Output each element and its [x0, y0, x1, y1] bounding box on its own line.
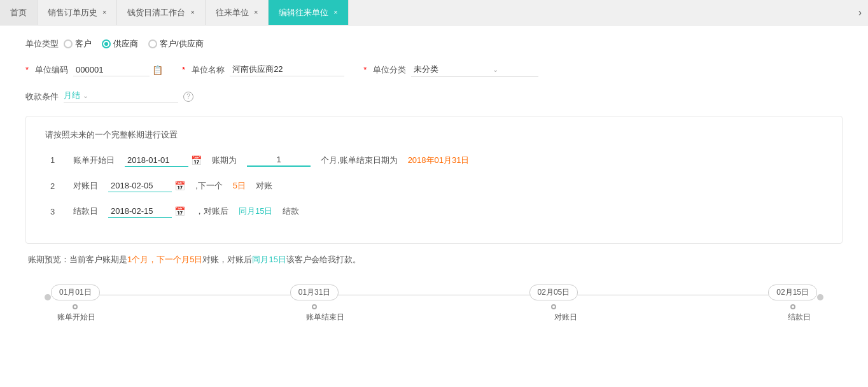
unit-class-label: 单位分类: [373, 64, 406, 76]
unit-class-value: 未分类: [414, 64, 490, 75]
radio-group: 客户 供应商 客户/供应商: [64, 38, 204, 50]
period-date-3-input[interactable]: [108, 205, 172, 218]
timeline-dot-1: [73, 304, 78, 309]
timeline-point-2: 01月31日: [290, 285, 339, 309]
unit-class-select[interactable]: 未分类 ⌄: [411, 62, 538, 77]
period-card: 请按照未来的一个完整帐期进行设置 1 账单开始日 📅 账期为 个月,账单结束日期…: [25, 116, 843, 244]
unit-name-input[interactable]: [230, 64, 344, 76]
cal-icon-3[interactable]: 📅: [174, 206, 185, 216]
radio-supplier-circle: [102, 39, 111, 48]
period-date-2-wrap: 📅: [108, 179, 185, 192]
tab-sales-history-close[interactable]: ×: [102, 9, 106, 16]
radio-supplier-label: 供应商: [113, 38, 138, 50]
preview-5: 该客户会给我打款。: [286, 255, 361, 264]
unit-class-group: * 单位分类 未分类 ⌄: [363, 62, 538, 77]
period-num-3: 3: [50, 207, 63, 216]
tab-edit-partner-close[interactable]: ×: [333, 9, 337, 16]
timeline-tag-1: 01月01日: [51, 285, 100, 300]
timeline-dot-4: [790, 304, 795, 309]
period-date-1-input[interactable]: [125, 154, 188, 167]
timeline-right-dot: [817, 294, 823, 300]
radio-both[interactable]: 客户/供应商: [148, 38, 204, 50]
unit-code-input-wrap: 📋: [73, 64, 163, 76]
payment-dropdown-arrow: ⌄: [83, 92, 88, 100]
timeline-points: 01月01日 01月31日 02月05日 02月15日: [51, 285, 817, 309]
period-end-date-1: 2018年01月31日: [408, 155, 470, 166]
preview-3: 对账，对账后: [202, 255, 252, 264]
unit-code-input[interactable]: [73, 64, 150, 76]
timeline-tag-2: 01月31日: [290, 285, 339, 300]
tab-more-button[interactable]: ›: [852, 0, 868, 25]
payment-help-icon[interactable]: ?: [183, 92, 193, 102]
tab-home[interactable]: 首页: [0, 0, 38, 25]
period-card-title: 请按照未来的一个完整帐期进行设置: [45, 129, 823, 141]
timeline-label-1: 账单开始日: [57, 312, 95, 323]
period-date-2-input[interactable]: [108, 179, 172, 192]
unit-name-group: * 单位名称: [182, 64, 344, 76]
tab-edit-partner-label: 编辑往来单位: [279, 7, 328, 18]
tab-home-label: 首页: [10, 7, 27, 18]
period-label-3: 结款日: [73, 206, 98, 217]
preview-label: 账期预览：当前客户账期是: [28, 255, 127, 264]
timeline-label-4: 结款日: [788, 312, 811, 323]
tab-sales-history-label: 销售订单历史: [48, 7, 97, 18]
payment-value: 月结: [64, 90, 80, 101]
unit-code-group: * 单位编码 📋: [25, 64, 163, 76]
timeline-point-4: 02月15日: [768, 285, 817, 309]
timeline-dot-2: [312, 304, 317, 309]
preview-4: 同月15日: [252, 255, 286, 264]
period-date-1-wrap: 📅: [125, 154, 202, 167]
period-months-input[interactable]: [247, 153, 311, 167]
unit-type-row: 单位类型 客户 供应商 客户/供应商: [25, 38, 843, 50]
tabs-bar: 首页 销售订单历史 × 钱货日清工作台 × 往来单位 × 编辑往来单位 × ›: [0, 0, 868, 25]
timeline-tag-3: 02月05日: [529, 285, 578, 300]
period-label-2: 对账日: [73, 180, 98, 192]
unit-type-group: 单位类型 客户 供应商 客户/供应商: [25, 38, 204, 50]
unit-code-label: 单位编码: [35, 64, 68, 76]
radio-both-circle: [148, 39, 157, 48]
period-row2-prefix: ,下一个: [195, 180, 223, 192]
period-row3-highlight: 同月15日: [239, 206, 272, 217]
preview-1: 1个月，: [127, 255, 157, 264]
period-num-2: 2: [50, 181, 63, 191]
payment-select[interactable]: 月结 ⌄: [64, 90, 178, 103]
main-content: 单位类型 客户 供应商 客户/供应商 * 单位编码: [0, 25, 868, 387]
radio-supplier[interactable]: 供应商: [102, 38, 138, 50]
unit-name-label: 单位名称: [192, 64, 225, 76]
timeline-dot-3: [551, 304, 556, 309]
timeline-section: 01月01日 01月31日 02月05日 02月15日: [25, 278, 843, 329]
tab-cash-work-label: 钱货日清工作台: [127, 7, 185, 18]
radio-both-label: 客户/供应商: [160, 38, 204, 50]
period-num-1: 1: [50, 155, 63, 165]
class-required: *: [363, 65, 367, 74]
code-name-class-row: * 单位编码 📋 * 单位名称 * 单位分类 未分类 ⌄: [25, 62, 843, 77]
period-date-3-wrap: 📅: [108, 205, 185, 218]
timeline-label-3: 对账日: [554, 312, 577, 323]
tab-partner-unit[interactable]: 往来单位 ×: [206, 0, 269, 25]
cal-icon-1[interactable]: 📅: [191, 155, 202, 165]
payment-group: 收款条件 月结 ⌄ ?: [25, 90, 193, 103]
unit-type-label: 单位类型: [25, 38, 59, 50]
tab-partner-unit-close[interactable]: ×: [254, 9, 258, 16]
period-row-2: 2 对账日 📅 ,下一个5日 对账: [45, 179, 823, 192]
period-row2-suffix: 对账: [256, 180, 272, 192]
payment-row: 收款条件 月结 ⌄ ?: [25, 90, 843, 103]
period-row3-prefix: ，对账后: [195, 206, 228, 217]
timeline-tag-4: 02月15日: [768, 285, 817, 300]
tab-edit-partner[interactable]: 编辑往来单位 ×: [269, 0, 348, 25]
cal-icon-2[interactable]: 📅: [174, 181, 185, 191]
radio-customer[interactable]: 客户: [64, 38, 92, 50]
period-row2-highlight: 5日: [233, 180, 246, 192]
copy-icon[interactable]: 📋: [152, 65, 163, 75]
tab-cash-work[interactable]: 钱货日清工作台 ×: [117, 0, 205, 25]
preview-text: 账期预览：当前客户账期是1个月，下一个月5日对账，对账后同月15日该客户会给我打…: [25, 254, 843, 265]
period-row3-suffix: 结款: [283, 206, 299, 217]
preview-2: 下一个月5日: [157, 255, 202, 264]
period-suffix-after-1: 个月,账单结束日期为: [321, 155, 398, 166]
payment-label: 收款条件: [25, 91, 59, 102]
tab-cash-work-close[interactable]: ×: [190, 9, 194, 16]
period-suffix-before-1: 账期为: [212, 155, 237, 166]
code-required: *: [25, 65, 29, 74]
tab-sales-history[interactable]: 销售订单历史 ×: [38, 0, 117, 25]
radio-customer-label: 客户: [75, 38, 92, 50]
